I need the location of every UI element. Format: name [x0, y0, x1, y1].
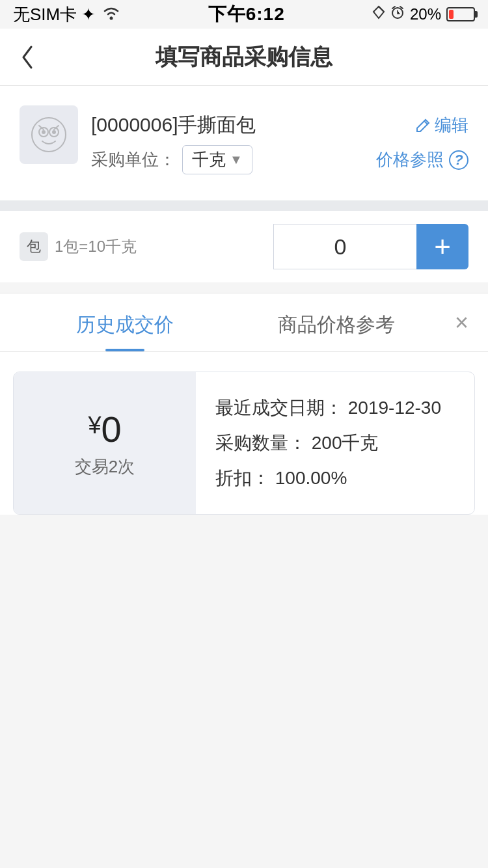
history-price-left: ¥0 交易2次 — [14, 372, 196, 514]
unit-badge: 包 — [20, 232, 48, 261]
carrier-label: 无SIM卡 ✦ — [13, 3, 96, 26]
battery-percent: 20% — [410, 5, 441, 23]
status-left: 无SIM卡 ✦ — [13, 3, 120, 26]
alarm-icon — [390, 5, 405, 23]
product-info: [0000006]手撕面包 编辑 采购单位： 千克 ▼ — [20, 105, 468, 174]
quantity-row: 包 1包=10千克 + — [0, 211, 488, 282]
recent-date-row: 最近成交日期： 2019-12-30 — [215, 396, 455, 420]
main-content: 历史成交价 商品价格参考 × ¥0 交易2次 最近成交日期： 2019-12-3… — [0, 293, 488, 683]
svg-point-0 — [110, 16, 113, 20]
tab-close-button[interactable]: × — [455, 296, 468, 349]
back-button[interactable] — [20, 44, 35, 70]
unit-label-group: 采购单位： 千克 ▼ — [91, 145, 252, 174]
history-transaction-count: 交易2次 — [75, 455, 135, 478]
quantity-plus-button[interactable]: + — [416, 224, 468, 269]
unit-arrow-icon: ▼ — [230, 152, 243, 167]
product-unit-row: 采购单位： 千克 ▼ 价格参照 ? — [91, 145, 468, 174]
history-price-card: ¥0 交易2次 最近成交日期： 2019-12-30 采购数量： 200千克 折… — [13, 372, 475, 515]
tab-history-price[interactable]: 历史成交价 — [20, 293, 230, 351]
purchase-qty-label: 采购数量： — [215, 433, 306, 453]
history-price-right: 最近成交日期： 2019-12-30 采购数量： 200千克 折扣： 100.0… — [196, 372, 474, 514]
quantity-unit-info: 包 1包=10千克 — [20, 232, 137, 261]
quantity-input[interactable] — [273, 224, 416, 269]
discount-label: 折扣： — [215, 468, 270, 488]
edit-label: 编辑 — [435, 114, 468, 137]
tabs-section: 历史成交价 商品价格参考 × ¥0 交易2次 最近成交日期： 2019-12-3… — [0, 293, 488, 515]
product-image — [20, 105, 78, 164]
svg-point-6 — [52, 130, 56, 134]
edit-button[interactable]: 编辑 — [415, 114, 468, 137]
tab-product-price[interactable]: 商品价格参考 — [230, 293, 441, 351]
page-title: 填写商品采购信息 — [156, 42, 332, 72]
gray-divider — [0, 200, 488, 211]
svg-point-2 — [32, 118, 66, 152]
recent-date-label: 最近成交日期： — [215, 398, 343, 418]
recent-date-value: 2019-12-30 — [348, 398, 441, 418]
battery-icon — [446, 7, 475, 21]
product-card: [0000006]手撕面包 编辑 采购单位： 千克 ▼ — [0, 86, 488, 200]
discount-row: 折扣： 100.00% — [215, 466, 455, 491]
wifi-icon — [102, 5, 120, 25]
purchase-qty-value: 200千克 — [312, 433, 379, 453]
purchase-qty-row: 采购数量： 200千克 — [215, 431, 455, 455]
product-name: [0000006]手撕面包 — [91, 112, 415, 139]
price-ref-info-icon: ? — [449, 150, 468, 170]
price-ref-label: 价格参照 — [376, 148, 444, 171]
battery-fill — [449, 10, 454, 19]
quantity-control: + — [273, 224, 468, 269]
location-icon — [372, 5, 385, 23]
history-price-value: ¥0 — [88, 408, 121, 450]
price-ref-button[interactable]: 价格参照 ? — [376, 148, 468, 171]
status-right: 20% — [372, 5, 475, 23]
unit-select[interactable]: 千克 ▼ — [182, 145, 252, 174]
time-label: 下午6:12 — [208, 2, 285, 27]
product-header: [0000006]手撕面包 编辑 采购单位： 千克 ▼ — [20, 105, 468, 174]
unit-label-text: 采购单位： — [91, 148, 176, 171]
tabs-header: 历史成交价 商品价格参考 × — [0, 293, 488, 352]
status-bar: 无SIM卡 ✦ 下午6:12 20% — [0, 0, 488, 29]
svg-point-5 — [42, 130, 46, 134]
unit-value: 千克 — [192, 148, 226, 171]
unit-conversion: 1包=10千克 — [55, 236, 137, 257]
price-symbol: ¥ — [88, 412, 101, 439]
discount-value: 100.00% — [275, 468, 347, 488]
nav-bar: 填写商品采购信息 — [0, 29, 488, 86]
